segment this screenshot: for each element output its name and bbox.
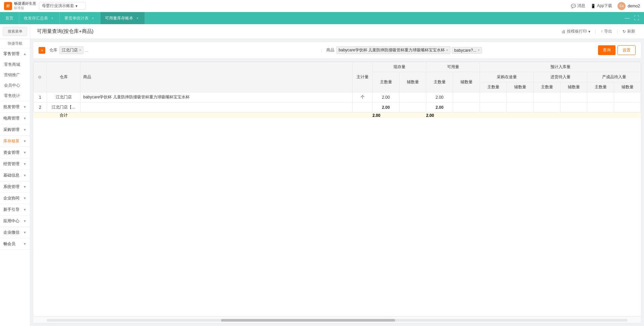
summary-avail-main: 2.00 (426, 112, 453, 119)
sidebar-group-enterprise-arrow: ▼ (23, 196, 26, 200)
print-template-btn[interactable]: 🖨 按模板打印 ▾ (559, 28, 592, 35)
summary-pt-main (480, 112, 507, 119)
goods-tag-0: babycare学饮杯 儿童防摔防撞吸管杯重力球吸嘴杯宝宝水杯 × (336, 46, 451, 54)
sidebar-group-system-label: 系统管理 (3, 184, 19, 190)
app-download-btn[interactable]: 📱 App下载 (591, 3, 612, 9)
logo-area: 好 畅捷通好生意 标准版 (4, 1, 36, 10)
cell-pt-aux-1 (507, 92, 534, 102)
message-btn[interactable]: 💬 消息 (571, 3, 585, 9)
sidebar-group-appstore: 应用中心 ▼ (0, 216, 30, 227)
search-menu-btn[interactable]: 搜索菜单 (3, 27, 27, 36)
tab-home[interactable]: 首页 (0, 12, 19, 24)
col-settings-icon[interactable]: ⚙ (36, 74, 43, 81)
tab-receivable[interactable]: 收发存汇总表 × (19, 12, 60, 24)
sidebar-group-purchase-header[interactable]: 采购管理 ▼ (0, 124, 30, 135)
logo-text: 畅捷通好生意 (14, 1, 36, 6)
goods-tag-0-text: babycare学饮杯 儿童防摔防撞吸管杯重力球吸嘴杯宝宝水杯 (339, 47, 445, 53)
cell-no-1: 1 (34, 92, 47, 102)
th-current-main: 主数量 (373, 72, 399, 92)
sidebar-group-wholesale-header[interactable]: 批发管理 ▼ (0, 101, 30, 112)
cell-pp-main-2 (587, 102, 614, 112)
filter-warehouse-group: 仓库 江北门店 × ... (49, 46, 317, 54)
filter-divider-1: | (321, 48, 322, 53)
sidebar-group-inventory-header[interactable]: 库存核算 ▼ (0, 136, 30, 147)
sidebar-group-wecom-header[interactable]: 企业微信 ▼ (0, 227, 30, 238)
sidebar-group-ops-label: 经营管理 (3, 161, 19, 167)
sidebar-group-enterprise-header[interactable]: 企业协同 ▼ (0, 193, 30, 204)
cell-no-2: 2 (34, 102, 47, 112)
sidebar: 搜索菜单 快捷导航 零售管理 ▲ 零售商城 营销推广 会员中心 零售统计 批发管… (0, 24, 30, 326)
th-expected-in: 预计入库量 (480, 62, 641, 72)
sidebar-group-newbie-header[interactable]: 新手引导 ▼ (0, 204, 30, 215)
tab-minimize-icon[interactable]: — (624, 15, 631, 21)
user-area[interactable]: Ea demo2 (618, 2, 640, 10)
cell-gp-main-2 (534, 102, 560, 112)
export-btn[interactable]: ↑ 导出 (599, 28, 614, 35)
sidebar-group-ops-header[interactable]: 经营管理 ▼ (0, 158, 30, 170)
goods-tag-1-close[interactable]: × (478, 48, 480, 52)
settings-btn[interactable]: 设置 (618, 45, 636, 55)
tab-order-stats-close[interactable]: × (91, 16, 95, 20)
tab-home-label: 首页 (5, 15, 13, 21)
sidebar-group-wholesale: 批发管理 ▼ (0, 101, 30, 113)
summary-pp-aux (614, 112, 641, 119)
sidebar-group-system-header[interactable]: 系统管理 ▼ (0, 181, 30, 192)
sidebar-group-inventory-label: 库存核算 (3, 138, 19, 144)
sidebar-item-retail-stats[interactable]: 零售统计 (0, 91, 30, 101)
filter-actions: 查询 设置 (598, 45, 636, 55)
industry-selector[interactable]: 母婴行业演示账套 ▾ (39, 2, 86, 10)
sidebar-item-marketing[interactable]: 营销推广 (0, 70, 30, 80)
sidebar-group-retail-header[interactable]: 零售管理 ▲ (0, 48, 30, 59)
print-chevron-icon: ▾ (588, 29, 590, 34)
logo-text-area: 畅捷通好生意 标准版 (14, 1, 36, 10)
cell-cur-main-2: 2.00 (373, 102, 399, 112)
header-actions: 🖨 按模板打印 ▾ | ↑ 导出 | ↻ 刷新 (559, 28, 637, 35)
sidebar-item-member-center[interactable]: 会员中心 (0, 80, 30, 91)
sidebar-group-newbie-label: 新手引导 (3, 207, 19, 213)
tab-available-stock[interactable]: 可用量库存账本 × (100, 12, 145, 24)
scrollbar-track (47, 319, 628, 322)
print-icon: 🖨 (561, 29, 566, 34)
table-wrapper: ⚙ 仓库 商品 主计量 现存量 可用量 预计入库量 主数量 辅数量 (33, 61, 641, 323)
table-scroll[interactable]: ⚙ 仓库 商品 主计量 现存量 可用量 预计入库量 主数量 辅数量 (33, 62, 641, 316)
cell-avail-aux-2 (453, 102, 480, 112)
warehouse-tag-0-close[interactable]: × (79, 48, 81, 52)
th-settings: ⚙ (34, 62, 47, 92)
sidebar-item-retail-mall[interactable]: 零售商城 (0, 59, 30, 70)
goods-label: 商品 (326, 47, 334, 53)
tab-available-stock-close[interactable]: × (135, 16, 140, 20)
filter-bar: » 仓库 江北门店 × ... | 商品 babycare学饮杯 儿童防摔防撞吸… (33, 42, 641, 59)
tab-available-stock-label: 可用量库存账本 (105, 15, 133, 21)
summary-empty-2 (80, 112, 353, 119)
tab-order-stats[interactable]: 要货单统计表 × (60, 12, 100, 24)
sidebar-group-ecommerce-header[interactable]: 电商管理 ▼ (0, 113, 30, 124)
sidebar-item-quick-nav[interactable]: 快捷导航 (0, 39, 30, 48)
sidebar-group-ecommerce-arrow: ▼ (23, 117, 26, 120)
goods-tag-0-close[interactable]: × (446, 48, 448, 52)
app-download-label: App下载 (597, 3, 612, 9)
sidebar-group-inventory: 库存核算 ▼ (0, 136, 30, 147)
sidebar-group-appstore-label: 应用中心 (3, 218, 19, 224)
sidebar-group-appstore-header[interactable]: 应用中心 ▼ (0, 216, 30, 227)
sidebar-group-finance-header[interactable]: 资金管理 ▼ (0, 147, 30, 158)
sidebar-group-retail-arrow: ▲ (23, 52, 26, 56)
cell-pp-aux-2 (614, 102, 641, 112)
th-product-pending: 产成品待入量 (587, 72, 641, 82)
sidebar-group-retail-label: 零售管理 (3, 51, 19, 57)
sidebar-group-member-header[interactable]: 畅会员 ▼ (0, 238, 30, 249)
sidebar-group-basic-label: 基础信息 (3, 173, 19, 178)
refresh-btn[interactable]: ↻ 刷新 (621, 28, 637, 35)
query-btn[interactable]: 查询 (598, 45, 615, 55)
sidebar-group-system-arrow: ▼ (23, 185, 26, 189)
sidebar-group-basic-header[interactable]: 基础信息 ▼ (0, 170, 30, 181)
tab-receivable-close[interactable]: × (50, 16, 55, 20)
warehouse-more-icon[interactable]: ... (85, 48, 88, 53)
cell-pp-aux-1 (614, 92, 641, 102)
filter-expand-btn[interactable]: » (39, 47, 45, 54)
sidebar-group-wecom-label: 企业微信 (3, 230, 19, 235)
scrollbar-thumb[interactable] (221, 319, 395, 322)
sidebar-group-finance-label: 资金管理 (3, 150, 19, 155)
tab-maximize-icon[interactable]: ⛶ (633, 15, 640, 21)
message-label: 消息 (577, 3, 585, 9)
avatar: Ea (618, 2, 626, 10)
